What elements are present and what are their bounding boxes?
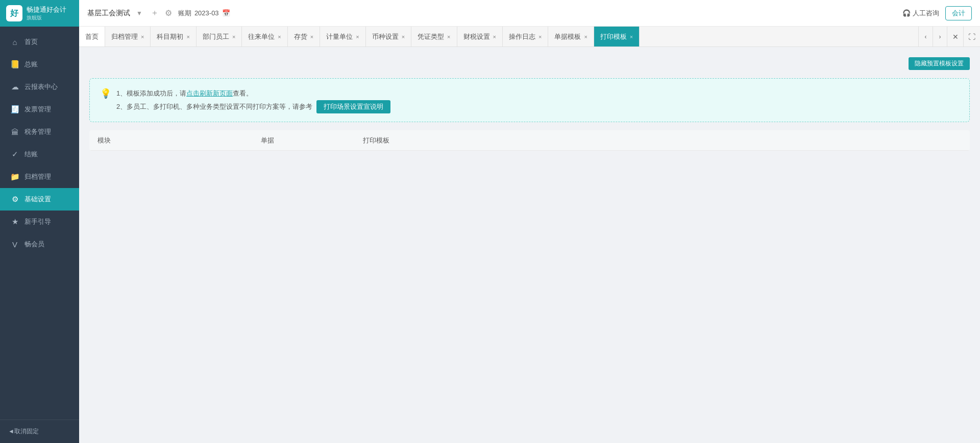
refresh-link[interactable]: 点击刷新新页面 [186,89,233,97]
sidebar-item-basic[interactable]: ⚙基础设置 [0,188,79,211]
sidebar-item-archive[interactable]: 📁归档管理 [0,166,79,188]
col-module-header: 模块 [89,136,253,145]
tab-close-measure-unit[interactable]: × [356,34,359,40]
tab-label-single-template: 单据模板 [554,32,581,41]
tab-subject-init[interactable]: 科目期初× [151,27,196,47]
topbar-right: 🎧 人工咨询 会计 [902,6,972,20]
sidebar-item-label-tax: 税务管理 [24,127,51,136]
tab-currency[interactable]: 币种设置× [366,27,411,47]
tab-close-all-button[interactable]: ✕ [947,27,964,47]
sidebar: 好 畅捷通好会计 旗舰版 ⌂首页📒总账☁云报表中心🧾发票管理🏛税务管理✓结账📁归… [0,0,79,443]
logo-icon: 好 [6,5,22,21]
tab-archive-mgmt[interactable]: 归档管理× [105,27,151,47]
topbar: 基层工会测试 ▼ ＋ ⚙ 账期 2023-03 📅 🎧 人工咨询 会计 [79,0,980,27]
tab-close-archive-mgmt[interactable]: × [141,34,144,40]
tab-label-print-template: 打印模板 [600,32,627,41]
tab-tax-settings[interactable]: 财税设置× [457,27,503,47]
period-selector[interactable]: 账期 2023-03 📅 [178,9,230,18]
sidebar-item-ledger[interactable]: 📒总账 [0,53,79,76]
settings-icon[interactable]: ⚙ [165,8,172,18]
tab-partners[interactable]: 往来单位× [242,27,287,47]
info-line-2: 2、多员工、多打印机、多种业务类型设置不同打印方案等，请参考 打印场景设置宣说明 [116,100,390,113]
company-name: 基层工会测试 [87,9,130,18]
info-line-1: 1、模板添加成功后，请点击刷新新页面查看。 [116,87,390,100]
tab-single-template[interactable]: 单据模板× [548,27,594,47]
tabbar-controls: ‹ › ✕ ⛶ [918,27,980,47]
calendar-icon: 📅 [222,9,230,17]
tab-expand-button[interactable]: ⛶ [964,27,980,47]
tab-label-dept-staff: 部门员工 [203,32,229,41]
info-banner: 💡 1、模板添加成功后，请点击刷新新页面查看。 2、多员工、多打印机、多种业务类… [89,78,970,122]
sidebar-item-label-checkout: 结账 [24,150,38,159]
tab-close-op-log[interactable]: × [538,34,542,40]
tab-print-template[interactable]: 打印模板× [594,27,640,47]
help-button[interactable]: 🎧 人工咨询 [902,9,939,18]
member-nav-icon: V [10,240,19,249]
tab-label-home: 首页 [85,32,99,41]
sidebar-item-label-home: 首页 [24,37,38,46]
tab-next-button[interactable]: › [933,27,947,47]
sidebar-item-reports[interactable]: ☁云报表中心 [0,76,79,98]
tab-close-partners[interactable]: × [278,34,281,40]
tab-close-tax-settings[interactable]: × [493,34,496,40]
hide-template-button[interactable]: 隐藏预置模板设置 [909,57,970,70]
sidebar-item-member[interactable]: V畅会员 [0,233,79,255]
company-dropdown-arrow[interactable]: ▼ [136,10,142,17]
tab-label-currency: 币种设置 [372,32,399,41]
ledger-nav-icon: 📒 [10,60,19,69]
tab-measure-unit[interactable]: 计量单位× [320,27,365,47]
print-guide-button[interactable]: 打印场景设置宣说明 [316,100,390,113]
sidebar-item-checkout[interactable]: ✓结账 [0,143,79,166]
tab-close-subject-init[interactable]: × [186,34,189,40]
tab-close-voucher-type[interactable]: × [447,34,450,40]
content-area: 隐藏预置模板设置 💡 1、模板添加成功后，请点击刷新新页面查看。 2、多员工、多… [79,47,980,443]
table-header: 模块 单据 打印模板 [89,130,970,151]
tabbar: 首页归档管理×科目期初×部门员工×往来单位×存货×计量单位×币种设置×凭证类型×… [79,27,980,47]
sidebar-nav: ⌂首页📒总账☁云报表中心🧾发票管理🏛税务管理✓结账📁归档管理⚙基础设置★新手引导… [0,27,79,419]
sidebar-item-guide[interactable]: ★新手引导 [0,211,79,233]
tab-label-voucher-type: 凭证类型 [418,32,444,41]
tab-dept-staff[interactable]: 部门员工× [197,27,242,47]
tab-label-archive-mgmt: 归档管理 [111,32,138,41]
sidebar-item-invoice[interactable]: 🧾发票管理 [0,98,79,121]
archive-nav-icon: 📁 [10,172,19,181]
sidebar-item-tax[interactable]: 🏛税务管理 [0,121,79,143]
unpin-button[interactable]: ◄取消固定 [0,419,79,443]
add-company-button[interactable]: ＋ [151,8,159,18]
headset-icon: 🎧 [902,9,911,17]
tab-label-partners: 往来单位 [248,32,275,41]
col-doc-header: 单据 [253,136,355,145]
tab-inventory[interactable]: 存货× [288,27,320,47]
sidebar-item-label-ledger: 总账 [24,60,38,69]
col-template-header: 打印模板 [355,136,970,145]
tab-close-single-template[interactable]: × [584,34,587,40]
home-nav-icon: ⌂ [10,38,19,46]
tab-close-print-template[interactable]: × [630,34,633,40]
tab-label-measure-unit: 计量单位 [326,32,353,41]
tab-op-log[interactable]: 操作日志× [503,27,548,47]
tab-label-tax-settings: 财税设置 [463,32,490,41]
sidebar-item-label-reports: 云报表中心 [24,82,58,91]
info-banner-text: 1、模板添加成功后，请点击刷新新页面查看。 2、多员工、多打印机、多种业务类型设… [116,87,390,113]
tax-nav-icon: 🏛 [10,128,19,136]
sidebar-item-label-guide: 新手引导 [24,217,51,226]
guide-nav-icon: ★ [10,217,19,226]
sidebar-item-home[interactable]: ⌂首页 [0,31,79,53]
tab-prev-button[interactable]: ‹ [919,27,933,47]
reports-nav-icon: ☁ [10,82,19,91]
account-button[interactable]: 会计 [945,6,972,20]
tab-close-dept-staff[interactable]: × [232,34,235,40]
tab-label-inventory: 存货 [294,32,307,41]
tab-close-currency[interactable]: × [402,34,405,40]
sidebar-item-label-basic: 基础设置 [24,195,51,204]
tab-home[interactable]: 首页 [79,27,105,47]
main-area: 基层工会测试 ▼ ＋ ⚙ 账期 2023-03 📅 🎧 人工咨询 会计 首页归档… [79,0,980,443]
print-template-table: 模块 单据 打印模板 [89,130,970,151]
tab-close-inventory[interactable]: × [310,34,313,40]
tab-voucher-type[interactable]: 凭证类型× [411,27,457,47]
tab-label-subject-init: 科目期初 [157,32,183,41]
logo: 好 畅捷通好会计 旗舰版 [0,0,79,27]
basic-nav-icon: ⚙ [10,195,19,204]
checkout-nav-icon: ✓ [10,150,19,159]
logo-text: 畅捷通好会计 旗舰版 [27,6,66,21]
